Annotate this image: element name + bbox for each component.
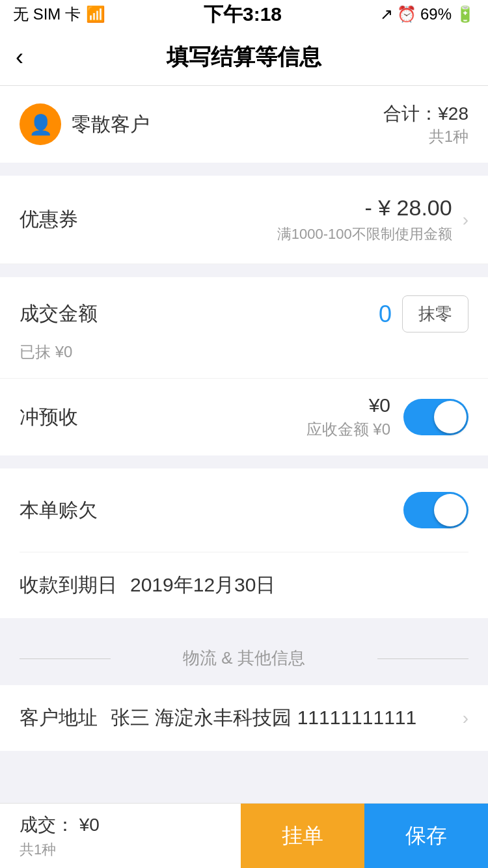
deal-amount-right: 0 抹零 [379, 295, 468, 332]
bottom-info: 成交： ¥0 共1种 [0, 813, 241, 860]
coupon-label: 优惠券 [20, 206, 78, 233]
toggle-knob [434, 401, 467, 433]
address-chevron-icon: › [463, 708, 468, 729]
due-date-value: 2019年12月30日 [130, 572, 275, 599]
avatar-icon: 👤 [29, 113, 53, 136]
coupon-value: - ¥ 28.00 满1000-100不限制使用金额 [277, 195, 452, 244]
address-value: 张三 海淀永丰科技园 11111111111 [111, 705, 450, 731]
coupon-row[interactable]: 优惠券 - ¥ 28.00 满1000-100不限制使用金额 › [0, 176, 488, 264]
coupon-amount: - ¥ 28.00 [277, 195, 452, 221]
status-time: 下午3:18 [204, 1, 282, 28]
bottom-bar: 成交： ¥0 共1种 挂单 保存 [0, 803, 488, 868]
customer-right: 合计：¥28 共1种 [383, 102, 468, 147]
battery-text: 69% [420, 5, 452, 23]
coupon-desc: 满1000-100不限制使用金额 [277, 224, 452, 244]
customer-name: 零散客户 [72, 111, 150, 138]
alarm-icon: ⏰ [397, 5, 416, 23]
chevron-right-icon: › [463, 210, 468, 230]
round-off-button[interactable]: 抹零 [402, 295, 468, 332]
location-icon: ↗ [380, 5, 393, 23]
debt-section: 本单赊欠 收款到期日 2019年12月30日 [0, 468, 488, 618]
due-date-row: 收款到期日 2019年12月30日 [0, 552, 488, 618]
status-bar: 无 SIM 卡 📶 下午3:18 ↗ ⏰ 69% 🔋 [0, 0, 488, 29]
address-label: 客户地址 [20, 705, 98, 731]
avatar: 👤 [20, 103, 61, 145]
prepay-amounts: ¥0 应收金额 ¥0 [306, 394, 390, 440]
address-section[interactable]: 客户地址 张三 海淀永丰科技园 11111111111 › [0, 685, 488, 751]
battery-icon: 🔋 [455, 5, 475, 23]
deal-amount-label: 成交金额 [20, 301, 98, 327]
prepay-row: 冲预收 ¥0 应收金额 ¥0 [0, 379, 488, 455]
back-button[interactable]: ‹ [16, 44, 23, 71]
total-amount: 合计：¥28 [383, 102, 468, 126]
due-date-label: 收款到期日 [20, 572, 117, 599]
nav-bar: ‹ 填写结算等信息 [0, 29, 488, 86]
debt-toggle-knob [434, 494, 467, 526]
prepay-right: ¥0 应收金额 ¥0 [306, 394, 468, 440]
prepay-main-amount: ¥0 [306, 394, 390, 416]
customer-section: 👤 零散客户 合计：¥28 共1种 [0, 86, 488, 163]
wifi-icon: 📶 [86, 5, 105, 23]
customer-row: 👤 零散客户 合计：¥28 共1种 [0, 86, 488, 163]
signal-text: 无 SIM 卡 [13, 4, 81, 25]
deal-amount-row: 成交金额 0 抹零 [0, 277, 488, 339]
deal-sub-text: 已抹 ¥0 [0, 339, 488, 378]
total-count: 共1种 [383, 126, 468, 147]
coupon-section[interactable]: 优惠券 - ¥ 28.00 满1000-100不限制使用金额 › [0, 176, 488, 264]
debt-label: 本单赊欠 [20, 497, 98, 524]
pending-button[interactable]: 挂单 [241, 804, 364, 868]
prepay-toggle[interactable] [403, 399, 468, 435]
customer-left: 👤 零散客户 [20, 103, 150, 145]
status-left: 无 SIM 卡 📶 [13, 4, 105, 25]
deal-amount-section: 成交金额 0 抹零 已抹 ¥0 冲预收 ¥0 应收金额 ¥0 [0, 277, 488, 455]
prepay-sub-amount: 应收金额 ¥0 [306, 419, 390, 440]
logistics-label: 物流 & 其他信息 [183, 648, 305, 668]
page-title: 填写结算等信息 [167, 42, 321, 72]
bottom-deal-amount: 成交： ¥0 [20, 813, 221, 837]
save-button[interactable]: 保存 [364, 804, 488, 868]
deal-amount-value: 0 [379, 301, 392, 328]
logistics-header: 物流 & 其他信息 [0, 631, 488, 685]
debt-toggle[interactable] [403, 492, 468, 528]
status-right: ↗ ⏰ 69% 🔋 [380, 5, 475, 23]
address-row[interactable]: 客户地址 张三 海淀永丰科技园 11111111111 › [0, 685, 488, 751]
coupon-right: - ¥ 28.00 满1000-100不限制使用金额 › [277, 195, 468, 244]
bottom-item-count: 共1种 [20, 840, 221, 860]
prepay-label: 冲预收 [20, 404, 78, 431]
debt-row: 本单赊欠 [0, 468, 488, 552]
